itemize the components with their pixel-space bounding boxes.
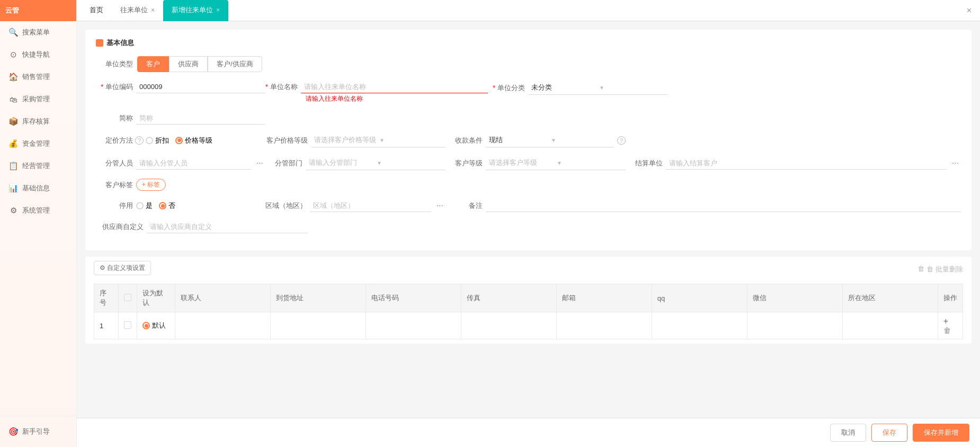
dept-select[interactable]: 请输入分管部门 ▼: [306, 156, 446, 170]
radio-yes[interactable]: 是: [136, 201, 153, 211]
cell-fax[interactable]: [461, 312, 556, 339]
cell-default: 默认: [137, 312, 175, 339]
shortname-field: 简称: [96, 112, 265, 125]
sidebar-item-sales[interactable]: 🏠 销售管理: [0, 66, 76, 88]
supplier-custom-field: 供应商自定义: [96, 221, 308, 233]
type-btn-both[interactable]: 客户/供应商: [208, 56, 262, 72]
region-field: 区域（地区） ···: [265, 199, 446, 212]
unit-name-input[interactable]: [301, 81, 488, 93]
region-label: 区域（地区）: [265, 201, 307, 211]
customer-price-arrow: ▼: [379, 137, 442, 143]
payment-terms-select[interactable]: 现结 ▼: [486, 133, 614, 147]
disabled-label: 停用: [96, 201, 133, 211]
cell-wechat[interactable]: [747, 312, 842, 339]
disabled-field: 停用 是 否: [96, 201, 265, 211]
unit-type-buttons: 客户 供应商 客户/供应商: [137, 56, 262, 72]
radio-no-circle: [159, 202, 166, 209]
delete-row-button[interactable]: 🗑: [943, 326, 951, 335]
qq-input[interactable]: [657, 322, 742, 330]
shortname-input[interactable]: [136, 112, 265, 125]
unit-name-field: 单位名称: [265, 81, 488, 93]
col-qq: qq: [652, 284, 747, 312]
tab-partners[interactable]: 往来单位 ×: [112, 0, 163, 21]
sidebar-logo: 云管: [0, 0, 76, 21]
row-checkbox[interactable]: [124, 321, 131, 329]
unit-category-select[interactable]: 未分类 ▼: [528, 81, 668, 95]
unit-code-input[interactable]: [136, 81, 265, 93]
tab-new-partner-close[interactable]: ×: [216, 6, 220, 14]
cancel-button[interactable]: 取消: [830, 424, 866, 442]
add-row-button[interactable]: +: [943, 317, 948, 326]
type-btn-customer[interactable]: 客户: [137, 56, 169, 72]
sidebar-item-basic-info[interactable]: 📊 基础信息: [0, 177, 76, 199]
sidebar-item-search[interactable]: 🔍 搜索菜单: [0, 21, 76, 43]
table-section: ⚙ 自定义项设置 🗑 🗑 批量删除 序号 设为默认 联系人 到货地址 电话号码: [85, 257, 972, 344]
add-tag-button[interactable]: + 标签: [136, 179, 166, 191]
sidebar-item-operation[interactable]: 📋 经营管理: [0, 155, 76, 177]
settlement-more-btn[interactable]: ···: [950, 159, 961, 168]
row-default-radio[interactable]: 默认: [142, 321, 170, 330]
col-email: 邮箱: [556, 284, 652, 312]
col-seq: 序号: [94, 284, 119, 312]
dept-field: 分管部门 请输入分管部门 ▼: [265, 156, 446, 170]
customer-price-select[interactable]: 请选择客户价格等级 ▼: [311, 133, 446, 147]
radio-price-level[interactable]: 价格等级: [175, 136, 212, 145]
unit-category-label: 单位分类: [488, 83, 525, 93]
tab-partners-close[interactable]: ×: [151, 6, 155, 14]
unit-name-error: 请输入往来单位名称: [306, 94, 488, 103]
cell-location[interactable]: [842, 312, 938, 339]
save-new-button[interactable]: 保存并新增: [913, 424, 969, 442]
payment-terms-field: 收款条件 现结 ▼ ?: [446, 133, 626, 147]
tab-bar-global-close[interactable]: ×: [963, 4, 976, 17]
tab-new-partner[interactable]: 新增往来单位 ×: [163, 0, 228, 21]
phone-input[interactable]: [371, 322, 456, 330]
manager-more-btn[interactable]: ···: [254, 159, 265, 168]
sidebar-item-finance[interactable]: 💰 资金管理: [0, 133, 76, 155]
type-btn-supplier[interactable]: 供应商: [169, 56, 208, 72]
sidebar-item-guide[interactable]: 🎯 新手引导: [0, 420, 76, 443]
batch-delete-btn[interactable]: 🗑 🗑 批量删除: [917, 265, 963, 274]
radio-discount[interactable]: 折扣: [146, 136, 169, 145]
custom-settings-button[interactable]: ⚙ 自定义项设置: [94, 261, 151, 275]
cell-address[interactable]: [270, 312, 366, 339]
tab-home[interactable]: 首页: [81, 0, 112, 21]
payment-terms-arrow: ▼: [551, 137, 611, 143]
content-area: 基本信息 单位类型 客户 供应商 客户/供应商 单位编码: [77, 21, 980, 418]
save-button[interactable]: 保存: [871, 424, 907, 442]
fax-input[interactable]: [467, 322, 551, 330]
sidebar-item-system[interactable]: ⚙ 系统管理: [0, 199, 76, 222]
section-icon: [96, 39, 103, 47]
settlement-input[interactable]: [666, 157, 947, 170]
region-more-btn[interactable]: ···: [434, 201, 446, 211]
email-input[interactable]: [562, 322, 646, 330]
customer-level-field: 客户等级 请选择客户等级 ▼: [446, 156, 626, 170]
col-location: 所在地区: [842, 284, 938, 312]
manager-input[interactable]: [136, 157, 251, 170]
table-header-row: 序号 设为默认 联系人 到货地址 电话号码 传真 邮箱 qq 微信 所在地区 操…: [94, 284, 963, 312]
unit-type-label: 单位类型: [96, 59, 133, 69]
sidebar-item-quick-nav[interactable]: ⊙ 快捷导航: [0, 43, 76, 66]
cell-qq[interactable]: [652, 312, 747, 339]
address-input[interactable]: [276, 322, 360, 330]
pricing-help-icon[interactable]: ?: [135, 136, 144, 145]
unit-type-row: 单位类型 客户 供应商 客户/供应商: [96, 56, 961, 72]
customer-level-select[interactable]: 请选择客户等级 ▼: [486, 156, 626, 170]
select-all-checkbox[interactable]: [124, 294, 131, 301]
cell-email[interactable]: [556, 312, 652, 339]
location-input[interactable]: [848, 322, 932, 330]
cell-phone[interactable]: [366, 312, 461, 339]
contact-input[interactable]: [181, 322, 265, 330]
row-default-circle: [142, 322, 150, 329]
cell-contact[interactable]: [175, 312, 271, 339]
radio-no[interactable]: 否: [159, 201, 175, 211]
sidebar-item-purchase[interactable]: 🛍 采购管理: [0, 88, 76, 110]
payment-terms-help-icon[interactable]: ?: [617, 136, 626, 145]
payment-terms-label: 收款条件: [446, 136, 483, 145]
wechat-input[interactable]: [753, 322, 837, 330]
finance-icon: 💰: [8, 139, 18, 148]
remark-input[interactable]: [486, 199, 961, 212]
region-input[interactable]: [310, 199, 431, 212]
supplier-custom-input[interactable]: [147, 221, 308, 233]
radio-discount-circle: [146, 137, 153, 144]
sidebar-item-inventory[interactable]: 📦 库存核算: [0, 110, 76, 133]
